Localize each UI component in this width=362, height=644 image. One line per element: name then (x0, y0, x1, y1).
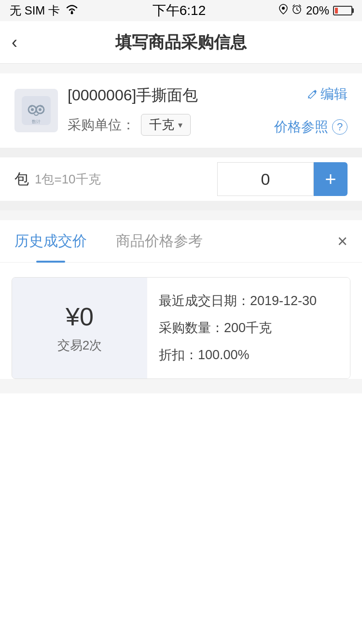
discount-label: 折扣： (159, 348, 198, 362)
product-left: 数计 [0000006]手撕面包 采购单位： 千克 ▾ (14, 85, 198, 136)
quantity-row: 包 1包=10千克 + (0, 157, 362, 201)
status-right: 20% (279, 4, 352, 17)
history-qty-row: 采购数量：200千克 (159, 319, 338, 337)
qty-conversion: 1包=10千克 (35, 171, 101, 188)
svg-point-6 (31, 108, 34, 111)
section-divider (0, 148, 362, 157)
history-date-row: 最近成交日期：2019-12-30 (159, 292, 338, 310)
product-info: [0000006]手撕面包 采购单位： 千克 ▾ (68, 85, 198, 136)
page-title: 填写商品采购信息 (115, 31, 247, 54)
date-value: 2019-12-30 (250, 294, 317, 308)
history-detail-panel: 最近成交日期：2019-12-30 采购数量：200千克 折扣：100.00% (147, 278, 350, 378)
history-card: ¥0 交易2次 最近成交日期：2019-12-30 采购数量：200千克 折扣：… (12, 277, 350, 379)
qty-plus-button[interactable]: + (314, 162, 348, 196)
back-button[interactable]: ‹ (12, 32, 17, 53)
section-divider-2 (0, 201, 362, 210)
location-icon (279, 4, 288, 17)
qty-detail-label: 采购数量： (159, 321, 224, 335)
qty-detail-value: 200千克 (224, 321, 272, 335)
bottom-area (0, 393, 362, 644)
tab-price-ref[interactable]: 商品价格参考 (116, 220, 203, 263)
qty-unit: 包 (14, 169, 29, 189)
history-price-value: ¥0 (66, 302, 94, 331)
history-discount-row: 折扣：100.00% (159, 346, 338, 364)
product-logo-icon: 数计 (22, 96, 51, 125)
history-price-panel: ¥0 交易2次 (12, 278, 147, 378)
help-icon: ? (332, 119, 348, 135)
qty-input-group: + (217, 162, 348, 196)
price-ref-button[interactable]: 价格参照 ? (274, 118, 348, 136)
alarm-icon (292, 4, 302, 17)
status-left: 无 SIM 卡 (10, 3, 79, 18)
tab-history-price[interactable]: 历史成交价 (14, 220, 87, 263)
product-card: 数计 [0000006]手撕面包 采购单位： 千克 ▾ (0, 73, 362, 148)
unit-label: 采购单位： (68, 116, 135, 134)
status-bar: 无 SIM 卡 下午6:12 20% (0, 0, 362, 21)
tab-header: 历史成交价 商品价格参考 × (0, 220, 362, 263)
discount-value: 100.00% (198, 348, 250, 362)
svg-point-0 (71, 12, 73, 14)
nav-bar: ‹ 填写商品采购信息 (0, 21, 362, 64)
battery-icon (333, 6, 352, 15)
tab-section: 历史成交价 商品价格参考 × ¥0 交易2次 最近成交日期：2019-12-30… (0, 220, 362, 379)
edit-icon (307, 89, 318, 99)
date-label: 最近成交日期： (159, 294, 250, 308)
qty-label: 包 1包=10千克 (14, 169, 101, 189)
svg-text:数计: 数计 (32, 119, 41, 124)
tabs: 历史成交价 商品价格参考 (14, 220, 337, 263)
history-trades-count: 交易2次 (57, 337, 102, 354)
edit-button[interactable]: 编辑 (307, 85, 348, 103)
battery-percentage: 20% (306, 4, 329, 17)
unit-value: 千克 (149, 116, 174, 133)
wifi-icon (65, 4, 79, 17)
sim-status: 无 SIM 卡 (10, 3, 60, 18)
svg-point-7 (39, 108, 42, 111)
edit-label: 编辑 (320, 85, 348, 103)
status-time: 下午6:12 (153, 1, 206, 20)
tab-close-button[interactable]: × (337, 231, 348, 252)
svg-point-1 (282, 7, 285, 10)
chevron-down-icon: ▾ (178, 120, 182, 130)
product-unit-row: 采购单位： 千克 ▾ (68, 114, 198, 136)
product-name: [0000006]手撕面包 (68, 85, 198, 106)
qty-input[interactable] (217, 162, 314, 196)
product-thumbnail: 数计 (14, 89, 58, 132)
unit-select[interactable]: 千克 ▾ (141, 114, 191, 136)
price-ref-label: 价格参照 (274, 118, 328, 136)
